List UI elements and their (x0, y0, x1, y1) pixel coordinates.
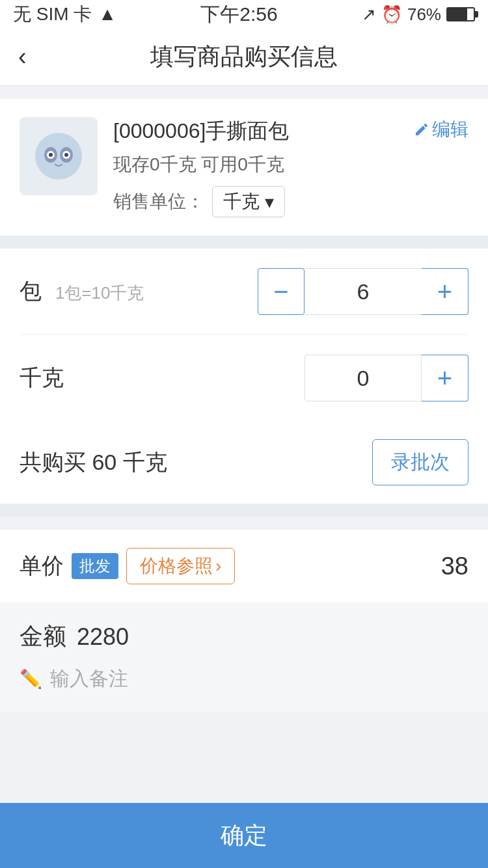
price-value: 38 (441, 552, 468, 580)
product-unit-row: 销售单位： 千克 ▾ (113, 186, 468, 217)
record-batch-button[interactable]: 录批次 (372, 439, 468, 485)
location-icon: ↗ (362, 5, 376, 25)
total-label: 共购买 60 千克 (20, 448, 167, 478)
price-label: 单价 (20, 551, 64, 581)
kg-row: 千克 + (20, 335, 468, 421)
svg-point-5 (49, 153, 53, 157)
divider-2 (0, 504, 488, 517)
status-left: 无 SIM 卡 ▲ (13, 2, 116, 27)
kg-input[interactable] (305, 355, 422, 401)
wifi-icon: ▲ (98, 4, 116, 25)
remark-label: 输入备注 (50, 666, 128, 692)
amount-label: 金额 (20, 621, 66, 653)
product-card: [0000006]手撕面包 编辑 现存0千克 可用0千克 销售单位： 千克 ▾ (0, 99, 488, 236)
nav-bar: ‹ 填写商品购买信息 (0, 29, 488, 86)
product-info: [0000006]手撕面包 编辑 现存0千克 可用0千克 销售单位： 千克 ▾ (113, 117, 468, 217)
svg-point-6 (64, 153, 68, 157)
package-increase-button[interactable]: + (422, 268, 468, 315)
package-control: − + (258, 268, 468, 315)
status-right: ↗ ⏰ 76% (362, 5, 475, 25)
amount-value: 2280 (77, 623, 129, 651)
confirm-button[interactable]: 确定 (0, 803, 488, 868)
status-time: 下午2:56 (200, 1, 277, 28)
package-decrease-button[interactable]: − (258, 268, 305, 315)
amount-row: 金额 2280 (20, 621, 468, 666)
kg-label: 千克 (20, 363, 64, 393)
price-left: 单价 批发 价格参照 › (20, 548, 235, 584)
product-name: [0000006]手撕面包 (113, 117, 414, 146)
alarm-icon: ⏰ (381, 5, 402, 25)
amount-section: 金额 2280 ✏️ 输入备注 (0, 603, 488, 712)
svg-point-0 (35, 133, 82, 180)
battery-label: 76% (407, 5, 441, 25)
kg-increase-button[interactable]: + (422, 355, 468, 401)
price-section: 单价 批发 价格参照 › 38 (0, 530, 488, 603)
sim-label: 无 SIM 卡 (13, 2, 92, 27)
chevron-right-icon: › (215, 556, 221, 576)
dropdown-icon: ▾ (265, 191, 274, 213)
edit-link[interactable]: 编辑 (414, 117, 468, 142)
remark-row[interactable]: ✏️ 输入备注 (20, 666, 468, 712)
price-reference-button[interactable]: 价格参照 › (126, 548, 235, 584)
quantity-section: 包 1包=10千克 − + 千克 + (0, 249, 488, 421)
kg-control: + (305, 355, 468, 401)
product-image (20, 117, 98, 195)
battery-icon (446, 7, 475, 21)
package-label-group: 包 1包=10千克 (20, 277, 144, 306)
page-title: 填写商品购买信息 (150, 41, 338, 73)
price-badge: 批发 (72, 553, 118, 579)
status-bar: 无 SIM 卡 ▲ 下午2:56 ↗ ⏰ 76% (0, 0, 488, 29)
pencil-icon: ✏️ (20, 668, 42, 690)
divider-1 (0, 236, 488, 249)
unit-select[interactable]: 千克 ▾ (212, 186, 285, 217)
package-row: 包 1包=10千克 − + (20, 249, 468, 335)
product-stock: 现存0千克 可用0千克 (113, 152, 468, 177)
total-section: 共购买 60 千克 录批次 (0, 421, 488, 504)
unit-label: 销售单位： (113, 189, 204, 214)
back-button[interactable]: ‹ (18, 43, 27, 71)
package-label: 包 (20, 278, 42, 303)
package-input[interactable] (305, 268, 422, 315)
package-hint: 1包=10千克 (55, 283, 144, 303)
